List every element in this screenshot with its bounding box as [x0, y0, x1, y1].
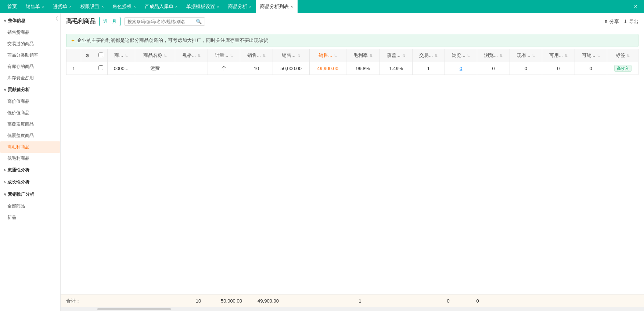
sidebar-item-新品[interactable]: 新品: [0, 212, 60, 223]
col-header-8: 销售... ⇅: [309, 49, 346, 62]
nav-close-icon[interactable]: ×: [249, 4, 251, 9]
sort-icon[interactable]: ⇅: [197, 54, 201, 58]
stock2-cell: 0: [542, 62, 575, 75]
nav-item-销售单[interactable]: 销售单×: [21, 0, 48, 13]
nav-item-商品分析[interactable]: 商品分析×: [224, 0, 256, 13]
share-button[interactable]: ⬆ 分享: [604, 18, 619, 25]
nav-item-单据模板设置[interactable]: 单据模板设置×: [182, 0, 223, 13]
sidebar-item-高毛利商品[interactable]: 高毛利商品: [0, 141, 60, 153]
browse1-cell[interactable]: 0: [445, 62, 477, 75]
close-window-button[interactable]: ×: [630, 3, 641, 10]
sort-icon[interactable]: ⇅: [368, 54, 373, 58]
share-label: 分享: [609, 18, 619, 25]
sort-icon[interactable]: ⇅: [531, 54, 535, 58]
stock3-cell: 0: [575, 62, 607, 75]
sort-icon[interactable]: ⇅: [596, 54, 600, 58]
sort-icon[interactable]: ⇅: [333, 54, 337, 58]
table-wrapper[interactable]: ⚙商... ⇅商品名称 ⇅规格... ⇅计量... ⇅销售... ⇅销售... …: [61, 49, 644, 294]
tip-icon: ✦: [71, 38, 75, 43]
scrollbar-thumb[interactable]: [97, 308, 171, 310]
nav-close-icon[interactable]: ×: [217, 4, 219, 9]
sidebar-group-title[interactable]: >流通性分析: [0, 164, 60, 176]
sidebar-group-title[interactable]: ∨营销推广分析: [0, 188, 60, 200]
sidebar-collapse-button[interactable]: 《: [53, 15, 58, 23]
col-header-10: 覆盖... ⇅: [380, 49, 412, 62]
export-button[interactable]: ⬇ 导出: [623, 18, 638, 25]
row-checkbox-cell[interactable]: [94, 62, 108, 75]
sidebar-item-销售货商品[interactable]: 销售货商品: [0, 27, 60, 38]
export-label: 导出: [629, 18, 638, 25]
sidebar-item-有库存的商品[interactable]: 有库存的商品: [0, 61, 60, 72]
nav-close-icon[interactable]: ×: [291, 4, 293, 9]
nav-item-权限设置[interactable]: 权限设置×: [76, 0, 108, 13]
browse2-cell: 0: [477, 62, 510, 75]
sort-icon[interactable]: ⇅: [564, 54, 568, 58]
sidebar-group-title[interactable]: ∨贡献值分析: [0, 84, 60, 96]
filter-period-button[interactable]: 近一月: [99, 17, 120, 26]
sidebar-item-低覆盖度商品[interactable]: 低覆盖度商品: [0, 130, 60, 141]
nav-close-icon[interactable]: ×: [133, 4, 136, 9]
nav-close-icon[interactable]: ×: [175, 4, 177, 9]
sort-icon[interactable]: ⇅: [296, 54, 300, 58]
nav-item-产成品入库单[interactable]: 产成品入库单×: [140, 0, 182, 13]
header-actions: ⬆ 分享 ⬇ 导出: [604, 18, 638, 25]
sidebar-item-商品分类助销率[interactable]: 商品分类助销率: [0, 50, 60, 61]
sales3-cell: 49,900.00: [309, 62, 346, 75]
sidebar-item-库存资金占用[interactable]: 库存资金占用: [0, 72, 60, 84]
sort-icon[interactable]: ⇅: [124, 54, 128, 58]
search-input[interactable]: [127, 19, 196, 24]
sidebar-group-arrow: ∨: [4, 192, 6, 196]
sidebar-item-高覆盖度商品[interactable]: 高覆盖度商品: [0, 119, 60, 130]
col-header-3: 商品名称 ⇅: [135, 49, 175, 62]
footer-stock1: 0: [433, 298, 463, 304]
nav-item-首页[interactable]: 首页: [3, 0, 21, 13]
sidebar-group-arrow: >: [4, 180, 6, 184]
col-header-12: 浏览... ⇅: [445, 49, 477, 62]
col-header-14: 现有... ⇅: [510, 49, 542, 62]
col-header-17: 标签 ⇅: [607, 49, 638, 62]
sidebar-item-高价值商品[interactable]: 高价值商品: [0, 96, 60, 107]
nav-item-进货单[interactable]: 进货单×: [48, 0, 76, 13]
export-icon: ⬇: [623, 19, 627, 24]
sidebar-group-title[interactable]: >成长性分析: [0, 176, 60, 188]
sort-icon[interactable]: ⇅: [229, 54, 233, 58]
sort-icon[interactable]: ⇅: [499, 54, 503, 58]
col-header-1: [94, 49, 108, 62]
tag-badge: 高收入: [614, 65, 632, 72]
footer-transactions: 1: [345, 298, 375, 304]
sidebar-item-交易过的商品[interactable]: 交易过的商品: [0, 38, 60, 50]
search-icon[interactable]: 🔍: [196, 19, 202, 24]
sidebar-group-整体信息: ∨整体信息销售货商品交易过的商品商品分类助销率有库存的商品库存资金占用: [0, 15, 60, 84]
col-header-0[interactable]: ⚙: [81, 49, 94, 62]
sidebar-item-低价值商品[interactable]: 低价值商品: [0, 107, 60, 119]
sort-icon[interactable]: ⇅: [163, 54, 167, 58]
info-banner: ✦ 企业的主要的利润都是这部分商品创造的，可考虑加大推广，同时关注库存量不要出现…: [66, 34, 638, 47]
nav-close-icon[interactable]: ×: [42, 4, 44, 9]
spec-cell: [175, 62, 208, 75]
sales2-cell: 50,000.00: [273, 62, 309, 75]
nav-close-icon[interactable]: ×: [69, 4, 71, 9]
sort-icon[interactable]: ⇅: [433, 54, 438, 58]
stock1-cell: 0: [510, 62, 542, 75]
sidebar-item-低毛利商品[interactable]: 低毛利商品: [0, 153, 60, 164]
row-checkbox[interactable]: [98, 65, 103, 70]
nav-item-商品分析列表[interactable]: 商品分析列表×: [256, 0, 297, 13]
sidebar-item-全部商品[interactable]: 全部商品: [0, 200, 60, 212]
search-box: 🔍: [124, 17, 205, 26]
sort-icon[interactable]: ⇅: [262, 54, 266, 58]
select-all-checkbox[interactable]: [98, 53, 103, 57]
sidebar-group-title[interactable]: ∨整体信息: [0, 15, 60, 27]
footer-sales1: 10: [184, 298, 213, 304]
col-header-7: 销售... ⇅: [273, 49, 309, 62]
nav-close-icon[interactable]: ×: [101, 4, 104, 9]
table-row: 10000...运费个1050,000.0049,900.0099.8%1.49…: [66, 62, 638, 75]
footer-sales3: 49,900.00: [250, 298, 287, 304]
footer-sales2: 50,000.00: [213, 298, 250, 304]
sales1-cell: 10: [240, 62, 273, 75]
nav-item-角色授权[interactable]: 角色授权×: [108, 0, 140, 13]
horizontal-scrollbar[interactable]: [61, 307, 644, 311]
sort-icon[interactable]: ⇅: [401, 54, 405, 58]
tag-cell: 高收入: [607, 62, 638, 75]
sort-icon[interactable]: ⇅: [626, 54, 630, 58]
sort-icon[interactable]: ⇅: [466, 54, 470, 58]
